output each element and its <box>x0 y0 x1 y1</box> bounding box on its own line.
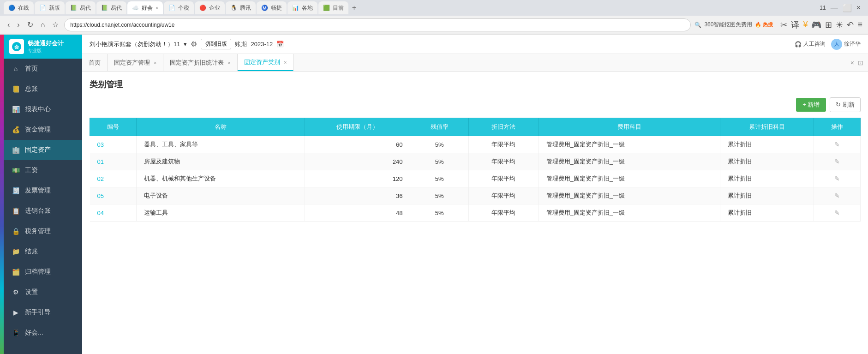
home-button[interactable]: ⌂ <box>39 19 47 31</box>
add-button[interactable]: + 新增 <box>796 98 826 112</box>
close-category-tab[interactable]: × <box>284 60 287 65</box>
cell-action-1: ✎ <box>814 153 861 170</box>
refresh-button[interactable]: ↻ 刷新 <box>830 97 861 112</box>
sidebar-item-close-account[interactable]: 📁 结账 <box>4 241 82 262</box>
sidebar-item-settings[interactable]: ⚙ 设置 <box>4 282 82 302</box>
guide-icon: ▶ <box>11 308 20 317</box>
close-asset-mgmt-tab[interactable]: × <box>154 60 156 66</box>
brightness-icon[interactable]: ☀ <box>836 20 843 30</box>
sidebar-item-reports[interactable]: 📊 报表中心 <box>4 99 82 120</box>
cell-months-4: 48 <box>305 204 410 222</box>
col-header-method: 折旧方法 <box>468 118 539 136</box>
menu-icon[interactable]: ≡ <box>857 20 862 30</box>
browser-tab-1[interactable]: 🔵 在线 <box>4 1 34 14</box>
user-area[interactable]: 人 徐泽华 <box>831 39 861 50</box>
browser-tab-2[interactable]: 📄 新版 <box>35 1 65 14</box>
browser-tab-9[interactable]: Ⓜ️ 畅捷 <box>257 1 287 14</box>
edit-icon-2[interactable]: ✎ <box>834 175 840 182</box>
settings-icon: ⚙ <box>11 288 20 297</box>
close-depreciation-tab[interactable]: × <box>227 60 230 66</box>
code-link-0[interactable]: 03 <box>97 141 104 148</box>
asset-icon: 🏢 <box>11 145 20 155</box>
sidebar: 会 畅捷通好会计 专业版 ⌂ 首页 📒 总账 📊 报表中心 💰 资金管理 <box>4 35 82 354</box>
cell-action-3: ✎ <box>814 187 861 204</box>
edit-icon-1[interactable]: ✎ <box>834 158 840 165</box>
close-panel-icon[interactable]: × <box>850 59 854 66</box>
logo-title: 畅捷通好会计 <box>28 39 64 48</box>
app-container: 会 畅捷通好会计 专业版 ⌂ 首页 📒 总账 📊 报表中心 💰 资金管理 <box>0 35 868 354</box>
maximize-panel-icon[interactable]: ⊡ <box>858 59 863 66</box>
search-icon: 🔍 <box>694 22 701 28</box>
browser-tab-5[interactable]: ☁️ 好会 × <box>127 1 163 14</box>
browser-tab-7[interactable]: 🔴 企业 <box>195 1 225 14</box>
menu-label-guide: 新手引导 <box>25 308 51 317</box>
sidebar-item-salary[interactable]: 💵 工资 <box>4 160 82 180</box>
calendar-icon[interactable]: 📅 <box>276 41 284 48</box>
browser-tab-11[interactable]: 🟩 目前 <box>318 1 348 14</box>
edit-icon-4[interactable]: ✎ <box>834 209 840 216</box>
cell-expense-1: 管理费用_固定资产折旧_一级 <box>539 153 720 170</box>
bookmark-button[interactable]: ☆ <box>50 18 60 31</box>
avatar: 人 <box>831 39 842 50</box>
game-icon[interactable]: 🎮 <box>811 20 821 30</box>
edit-icon-3[interactable]: ✎ <box>834 192 840 199</box>
cell-accum-4: 累计折旧 <box>720 204 814 222</box>
page-tab-depreciation[interactable]: 固定资产折旧统计表 × <box>163 54 237 71</box>
table-row: 05 电子设备 36 5% 年限平均 管理费用_固定资产折旧_一级 累计折旧 ✎ <box>90 187 861 204</box>
page-tab-category[interactable]: 固定资产类别 × <box>238 54 293 71</box>
page-tab-asset-mgmt[interactable]: 固定资产管理 × <box>108 54 163 71</box>
sidebar-item-asset[interactable]: 🏢 固定资产 <box>4 140 82 160</box>
sidebar-item-ledger[interactable]: 📒 总账 <box>4 79 82 99</box>
code-link-1[interactable]: 01 <box>97 158 104 165</box>
address-input[interactable] <box>64 18 691 31</box>
left-edge-bar <box>0 35 4 354</box>
support-button[interactable]: 🎧 人工咨询 <box>795 40 826 48</box>
undo-icon[interactable]: ↶ <box>847 20 854 30</box>
close-window-button[interactable]: × <box>856 4 861 12</box>
browser-tab-8[interactable]: 🐧 腾讯 <box>226 1 256 14</box>
header-left: 刘小艳演示账套（勿删勿动！）11 ▾ ⚙ 切到旧版 账期 2023-12 📅 <box>90 39 284 49</box>
browser-tab-10[interactable]: 📊 各地 <box>287 1 317 14</box>
browser-tab-3[interactable]: 📗 易代 <box>66 1 96 14</box>
page-tab-home[interactable]: 首页 <box>82 54 108 71</box>
code-link-2[interactable]: 02 <box>97 175 104 182</box>
sidebar-item-guide[interactable]: ▶ 新手引导 <box>4 302 82 323</box>
dropdown-icon[interactable]: ▾ <box>184 41 187 48</box>
switch-version-button[interactable]: 切到旧版 <box>201 39 231 49</box>
sidebar-item-fund[interactable]: 💰 资金管理 <box>4 120 82 140</box>
sidebar-item-app[interactable]: 📱 好会... <box>4 323 82 343</box>
table-header-row: 编号 名称 使用期限（月） 残值率 折旧方法 费用科目 累计折旧科目 操作 <box>90 118 861 136</box>
cell-method-1: 年限平均 <box>468 153 539 170</box>
tab-maximize-area: × ⊡ <box>846 59 868 66</box>
new-tab-button[interactable]: + <box>349 4 359 12</box>
grid-icon[interactable]: ⊞ <box>825 20 832 30</box>
sidebar-item-tax[interactable]: 🔒 税务管理 <box>4 221 82 241</box>
restore-button[interactable]: ⬜ <box>843 4 852 12</box>
main-content: 刘小艳演示账套（勿删勿动！）11 ▾ ⚙ 切到旧版 账期 2023-12 📅 🎧… <box>82 35 868 354</box>
currency-icon[interactable]: ¥ <box>803 20 808 30</box>
code-link-4[interactable]: 04 <box>97 210 104 216</box>
cell-rate-3: 5% <box>410 187 468 204</box>
browser-tab-4[interactable]: 📗 易代 <box>96 1 126 14</box>
forward-button[interactable]: › <box>15 19 21 31</box>
sidebar-item-purchase[interactable]: 📋 进销台账 <box>4 201 82 221</box>
back-button[interactable]: ‹ <box>6 19 12 31</box>
minimize-button[interactable]: — <box>831 4 838 12</box>
cell-months-3: 36 <box>305 187 410 204</box>
cell-months-1: 240 <box>305 153 410 170</box>
reload-button[interactable]: ↻ <box>25 18 35 31</box>
browser-tab-6[interactable]: 📄 个税 <box>164 1 194 14</box>
headset-icon: 🎧 <box>795 41 802 48</box>
translate-icon[interactable]: 译 <box>791 19 799 30</box>
code-link-3[interactable]: 05 <box>97 192 104 199</box>
sidebar-item-invoice[interactable]: 🧾 发票管理 <box>4 180 82 201</box>
ledger-icon: 📒 <box>11 84 20 94</box>
table-row: 02 机器、机械和其他生产设备 120 5% 年限平均 管理费用_固定资产折旧_… <box>90 170 861 187</box>
sidebar-item-home[interactable]: ⌂ 首页 <box>4 59 82 79</box>
cell-name-0: 器具、工具、家具等 <box>136 136 305 153</box>
tab-close-5[interactable]: × <box>156 6 158 11</box>
sidebar-item-archive[interactable]: 🗂️ 归档管理 <box>4 262 82 282</box>
header-settings-icon[interactable]: ⚙ <box>191 40 197 48</box>
edit-icon-0[interactable]: ✎ <box>834 141 840 148</box>
scissors-icon[interactable]: ✂ <box>780 20 787 30</box>
